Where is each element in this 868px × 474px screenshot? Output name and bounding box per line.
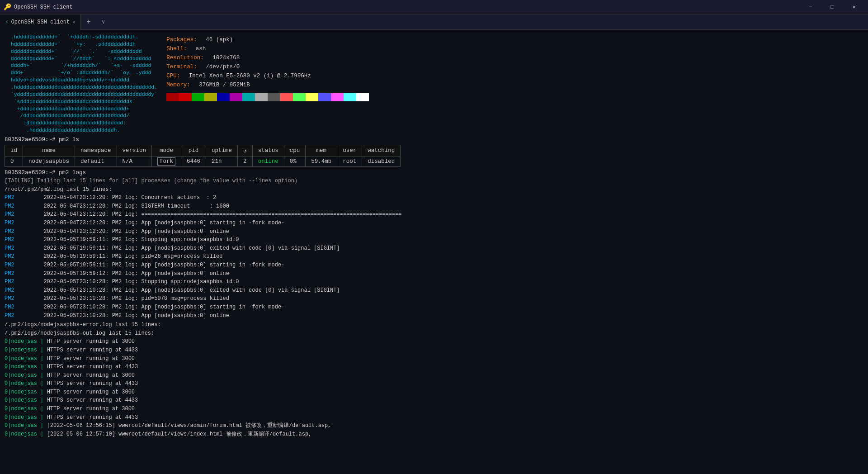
color-swatch — [318, 93, 331, 101]
title-bar: 🔑 OpenSSH SSH client − □ ✕ — [0, 0, 868, 14]
color-swatch — [356, 93, 369, 101]
out-log-line: 0|nodejsas | HTTP server running at 3000 — [5, 371, 863, 380]
log-line: PM2 2022-05-05T19:59:11: PM2 log: App [n… — [5, 244, 863, 253]
col-user: user — [337, 145, 362, 156]
col-id: id — [5, 145, 23, 156]
terminal-val: /dev/pts/0 — [206, 62, 240, 71]
color-swatch — [217, 93, 230, 101]
color-swatch — [166, 93, 179, 101]
log-line: PM2 2022-05-04T23:12:20: PM2 log: ======… — [5, 210, 863, 219]
col-namespace: namespace — [75, 145, 117, 156]
tailing-info: [TAILING] Tailing last 15 lines for [all… — [5, 177, 863, 194]
cell-version: N/A — [117, 156, 152, 167]
cell-status: online — [252, 156, 284, 167]
cell-namespace: default — [75, 156, 117, 167]
new-tab-button[interactable]: + — [81, 14, 96, 30]
log-line: PM2 2022-05-05T23:10:28: PM2 log: Stoppi… — [5, 278, 863, 286]
out-log-line: 0|nodejsas | [2022-05-06 12:56:15] wwwro… — [5, 422, 863, 430]
cell-mem: 59.4mb — [306, 156, 337, 167]
sys-info: Packages: 46 (apk) Shell: ash Resolution… — [166, 33, 369, 134]
cell-watching: disabled — [362, 156, 401, 167]
log-line: PM2 2022-05-05T23:10:28: PM2 log: App [n… — [5, 286, 863, 295]
shell-val: ash — [196, 44, 206, 53]
packages-val: 46 (apk) — [206, 35, 233, 44]
prompt-text-1: 803592ae6509:~# pm2 ls — [5, 137, 79, 143]
resolution-val: 1024x768 — [212, 53, 240, 62]
log-line: PM2 2022-05-05T23:10:28: PM2 log: pid=50… — [5, 294, 863, 303]
minimize-button[interactable]: − — [800, 0, 821, 14]
maximize-button[interactable]: □ — [822, 0, 843, 14]
color-swatch — [179, 93, 192, 101]
color-swatch — [268, 93, 280, 101]
cell-mode: fork — [152, 156, 181, 167]
memory-key: Memory: — [166, 81, 190, 90]
resolution-key: Resolution: — [166, 53, 204, 62]
neofetch-section: .hdddddddddddd+` `+ddddh:-sdddddddddddh.… — [5, 33, 863, 134]
out-log-line: 0|nodejsas | HTTPS server running at 443… — [5, 379, 863, 388]
cell-pid: 6446 — [181, 156, 206, 167]
col-version: version — [117, 145, 152, 156]
tab-bar: ⚡ OpenSSH SSH client ✕ + ∨ — [0, 14, 868, 30]
color-swatch — [280, 93, 293, 101]
log-line: PM2 2022-05-04T23:12:20: PM2 log: App [n… — [5, 228, 863, 236]
cell-restart: 2 — [238, 156, 253, 167]
out-log-line: 0|nodejsas | HTTP server running at 3000 — [5, 337, 863, 346]
window-title: OpenSSH SSH client — [14, 4, 800, 10]
col-status: status — [252, 145, 284, 156]
out-log-line: 0|nodejsas | HTTPS server running at 443… — [5, 396, 863, 405]
col-pid: pid — [181, 145, 206, 156]
out-log-line: 0|nodejsas | [2022-05-06 12:57:10] wwwro… — [5, 430, 863, 439]
ascii-art: .hdddddddddddd+` `+ddddh:-sdddddddddddh.… — [5, 33, 157, 134]
cell-cpu: 0% — [284, 156, 306, 167]
color-swatch — [331, 93, 344, 101]
col-watching: watching — [362, 145, 401, 156]
cpu-val: Intel Xeon E5-2680 v2 (1) @ 2.799GHz — [189, 71, 311, 81]
col-cpu: cpu — [284, 145, 306, 156]
col-mode: mode — [152, 145, 181, 156]
color-swatch — [230, 93, 242, 101]
cell-name: nodejsaspbbs — [23, 156, 75, 167]
dropdown-button[interactable]: ∨ — [96, 14, 110, 30]
close-button[interactable]: ✕ — [844, 0, 864, 14]
log-line: PM2 2022-05-04T23:12:20: PM2 log: App [n… — [5, 219, 863, 228]
out-log-line: 0|nodejsas | HTTP server running at 3000 — [5, 405, 863, 413]
out-log-line: 0|nodejsas | HTTPS server running at 443… — [5, 413, 863, 422]
pm2-log-path: /root/.pm2/pm2.log last 15 lines: — [5, 185, 863, 194]
col-mem: mem — [306, 145, 337, 156]
pm2-log-lines: PM2 2022-05-04T23:12:20: PM2 log: Concur… — [5, 194, 863, 320]
log-line: PM2 2022-05-05T19:59:11: PM2 log: App [n… — [5, 261, 863, 270]
color-swatch — [293, 93, 306, 101]
terminal-area[interactable]: .hdddddddddddd+` `+ddddh:-sdddddddddddh.… — [0, 30, 868, 474]
color-swatch — [255, 93, 268, 101]
prompt-pm2-logs: 803592ae6509:~# pm2 logs — [5, 170, 863, 176]
color-swatch — [242, 93, 255, 101]
shell-key: Shell: — [166, 44, 187, 53]
out-log-line: 0|nodejsas | HTTPS server running at 443… — [5, 363, 863, 371]
log-line: PM2 2022-05-04T23:12:20: PM2 log: SIGTER… — [5, 202, 863, 211]
tailing-line-1: [TAILING] Tailing last 15 lines for [all… — [5, 177, 863, 185]
col-name: name — [23, 145, 75, 156]
window-controls: − □ ✕ — [800, 0, 864, 14]
table-row: 0nodejsaspbbsdefaultN/Afork644621h2onlin… — [5, 156, 401, 167]
tab-icon: ⚡ — [5, 19, 9, 25]
tab-ssh[interactable]: ⚡ OpenSSH SSH client ✕ — [0, 14, 81, 30]
out-log-path: /.pm2/logs/nodejsaspbbs-out.log last 15 … — [5, 329, 863, 338]
out-log-line: 0|nodejsas | HTTP server running at 3000 — [5, 355, 863, 363]
log-line: PM2 2022-05-05T19:59:12: PM2 log: App [n… — [5, 270, 863, 278]
color-palette — [166, 93, 369, 101]
tab-label: OpenSSH SSH client — [11, 19, 70, 25]
color-swatch — [344, 93, 356, 101]
col-restart: ↺ — [238, 145, 253, 156]
color-swatch — [204, 93, 217, 101]
cell-uptime: 21h — [206, 156, 238, 167]
log-line: PM2 2022-05-05T19:59:11: PM2 log: pid=26… — [5, 252, 863, 261]
color-swatch — [306, 93, 318, 101]
prompt-text-2: 803592ae6509:~# pm2 logs — [5, 170, 86, 176]
log-line: PM2 2022-05-04T23:12:20: PM2 log: Concur… — [5, 194, 863, 202]
color-swatch — [192, 93, 204, 101]
cpu-key: CPU: — [166, 71, 180, 81]
terminal-key: Terminal: — [166, 62, 197, 71]
out-log-line: 0|nodejsas | HTTP server running at 3000 — [5, 388, 863, 397]
tab-close-icon[interactable]: ✕ — [72, 19, 75, 25]
packages-key: Packages: — [166, 35, 197, 44]
